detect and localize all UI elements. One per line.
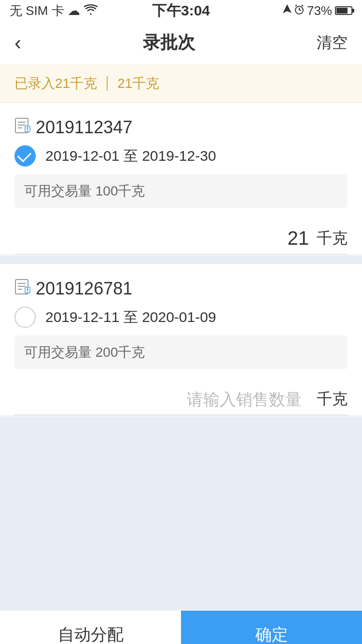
batch1-separator: [14, 254, 348, 254]
batch1-available: 可用交易量 100千克: [14, 174, 348, 208]
batch2-input-row[interactable]: 千克: [0, 379, 362, 415]
location-icon: [283, 3, 292, 18]
batch1-date: 2019-12-01 至 2019-12-30: [45, 146, 216, 166]
batch2-doc-icon: [14, 279, 31, 299]
battery-percent: 73%: [307, 3, 332, 18]
status-time: 下午3:04: [152, 1, 210, 21]
svg-line-4: [295, 5, 297, 6]
batch1-header: 2019112347: [14, 117, 348, 138]
batch2-id: 2019126781: [36, 279, 132, 299]
batch1-quantity-row: 21 千克: [0, 218, 362, 254]
batch2-date: 2019-12-11 至 2020-01-09: [45, 308, 216, 327]
batch1-item: 2019112347 2019-12-01 至 2019-12-30 可用交易量…: [0, 103, 362, 218]
page-title: 录批次: [143, 31, 195, 55]
batch2-quantity-input[interactable]: [14, 390, 309, 409]
batch2-radio[interactable]: [14, 307, 36, 328]
batch1-date-row[interactable]: 2019-12-01 至 2019-12-30: [14, 145, 348, 167]
batch2-card: 2019126781 2019-12-11 至 2020-01-09 可用交易量…: [0, 264, 362, 415]
batch1-quantity-unit: 千克: [317, 228, 348, 249]
svg-line-5: [302, 5, 303, 6]
clear-button[interactable]: 清空: [317, 32, 348, 54]
batch2-input-separator: [14, 415, 348, 415]
main-content: 已录入21千克 21千克 2019112347: [0, 65, 362, 610]
status-right: 73%: [283, 3, 352, 18]
batch1-quantity-value: 21: [288, 227, 309, 249]
alarm-icon: [294, 3, 304, 18]
nav-bar: ‹ 录批次 清空: [0, 21, 362, 65]
wifi-icon: [84, 3, 97, 18]
batch2-date-row[interactable]: 2019-12-11 至 2020-01-09: [14, 307, 348, 328]
back-button[interactable]: ‹: [14, 31, 21, 55]
recorded-label: 已录入21千克: [14, 74, 97, 93]
batch2-item: 2019126781 2019-12-11 至 2020-01-09 可用交易量…: [0, 264, 362, 379]
confirm-button[interactable]: 确定: [181, 611, 362, 644]
banner-divider: [107, 76, 108, 91]
batch2-header: 2019126781: [14, 279, 348, 299]
status-bar: 无 SIM 卡 ☁ 下午3:04 73%: [0, 0, 362, 21]
no-sim-text: 无 SIM 卡 ☁: [10, 2, 80, 19]
batch1-id: 2019112347: [36, 117, 132, 138]
info-banner: 已录入21千克 21千克: [0, 65, 362, 103]
status-left: 无 SIM 卡 ☁: [10, 2, 97, 19]
batch2-available: 可用交易量 200千克: [14, 336, 348, 369]
batch2-unit-label: 千克: [317, 389, 348, 410]
batch1-card: 2019112347 2019-12-01 至 2019-12-30 可用交易量…: [0, 103, 362, 254]
recorded-value: 21千克: [117, 74, 159, 93]
empty-area: [0, 417, 362, 610]
section-divider: [0, 256, 362, 264]
bottom-bar: 自动分配 确定: [0, 610, 362, 644]
batch1-doc-icon: [14, 117, 31, 138]
auto-distribute-button[interactable]: 自动分配: [0, 611, 181, 644]
batch1-radio[interactable]: [14, 145, 36, 167]
battery-icon: [335, 6, 352, 15]
svg-marker-0: [283, 4, 292, 13]
